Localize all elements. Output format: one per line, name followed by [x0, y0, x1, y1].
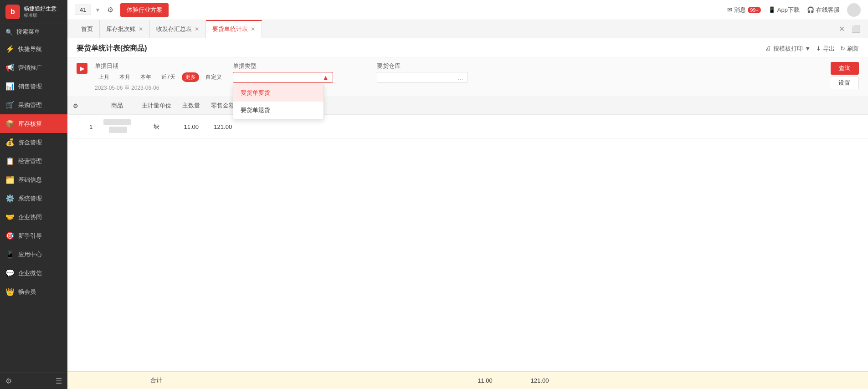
quick-nav-icon: ⚡	[5, 45, 15, 53]
tab-order-summary[interactable]: 要货单统计表 ✕	[206, 20, 262, 38]
tab-close-all[interactable]: ✕	[835, 23, 848, 36]
export-icon: ⬇	[816, 45, 821, 52]
table-wrapper: ⚙ 商品 主计量单位 主数量 零售金额 1	[67, 97, 868, 371]
sidebar-item-label: 畅会员	[18, 288, 36, 296]
tab-batch-account-close[interactable]: ✕	[139, 26, 143, 32]
sidebar-item-guide[interactable]: 🎯 新手引导	[0, 226, 67, 245]
online-service-item[interactable]: 🎧 在线客服	[807, 6, 840, 14]
dropdown-item-order-return[interactable]: 要货单退货	[233, 102, 324, 119]
refresh-button[interactable]: ↻ 刷新	[840, 45, 859, 53]
sidebar-item-wechat[interactable]: 💬 企业微信	[0, 264, 67, 282]
sidebar-item-label: 基础信息	[18, 176, 42, 184]
sidebar-item-operations[interactable]: 📋 经营管理	[0, 152, 67, 170]
tab-bar: 首页 库存批次账 ✕ 收发存汇总表 ✕ 要货单统计表 ✕ ✕ ⬜	[67, 20, 868, 38]
col-settings[interactable]: ⚙	[67, 97, 84, 115]
query-button[interactable]: 查询	[831, 62, 859, 75]
sidebar-settings-icon[interactable]: ⚙	[5, 377, 12, 385]
tab-receipt-summary[interactable]: 收发存汇总表 ✕	[150, 20, 206, 38]
sidebar-item-member[interactable]: 👑 畅会员	[0, 282, 67, 301]
footer-quantity: 11.00	[458, 377, 513, 384]
sidebar-item-label: 资金管理	[18, 138, 42, 147]
sidebar-item-finance[interactable]: 💰 资金管理	[0, 133, 67, 152]
tab-order-summary-close[interactable]: ✕	[251, 26, 255, 32]
col-num	[84, 97, 98, 115]
app-download-item[interactable]: 📱 App下载	[768, 6, 800, 14]
warehouse-input[interactable]	[381, 74, 457, 81]
sidebar-bottom: ⚙ ☰	[0, 373, 67, 389]
sidebar-item-label: 采购管理	[18, 101, 42, 109]
messages-item[interactable]: ✉ 消息 99+	[727, 6, 761, 14]
sidebar-item-label: 新手引导	[18, 232, 42, 240]
dropdown-item-order-goods[interactable]: 要货单要货	[233, 84, 324, 102]
sidebar-item-basic-info[interactable]: 🗂️ 基础信息	[0, 170, 67, 189]
sidebar: b 畅捷通好生意 标准版 🔍 搜索菜单 ⚡ 快捷导航 📢 营销推广 📊 销售管理…	[0, 0, 67, 389]
row-goods-cell	[98, 115, 136, 139]
type-filter-input-wrapper[interactable]: ▲	[233, 72, 333, 83]
refresh-label: 刷新	[847, 45, 859, 53]
page-header-actions: 🖨 按模板打印 ▼ ⬇ 导出 ↻ 刷新	[765, 45, 859, 53]
tab-expand[interactable]: ⬜	[850, 23, 863, 36]
footer-label: 合计	[150, 376, 162, 384]
sidebar-item-purchase[interactable]: 🛒 采购管理	[0, 96, 67, 114]
sidebar-item-marketing[interactable]: 📢 营销推广	[0, 58, 67, 77]
type-dropdown: 要货单要货 要货单退货	[233, 84, 324, 119]
tab-receipt-summary-close[interactable]: ✕	[195, 26, 199, 32]
user-avatar[interactable]	[847, 3, 861, 17]
message-label: 消息	[734, 6, 746, 14]
app-logo: b 畅捷通好生意 标准版	[0, 0, 67, 24]
tab-counter-arrow[interactable]: ▼	[95, 7, 100, 13]
date-btn-this-month[interactable]: 本月	[116, 72, 134, 82]
sidebar-item-system[interactable]: ⚙️ 系统管理	[0, 189, 67, 208]
warehouse-filter-group: 要货仓库 …	[377, 62, 468, 83]
type-filter-input[interactable]	[237, 74, 323, 81]
sidebar-item-quick-nav[interactable]: ⚡ 快捷导航	[0, 40, 67, 58]
print-arrow-icon: ▼	[805, 45, 811, 52]
date-btn-this-year[interactable]: 本年	[137, 72, 155, 82]
col-goods: 商品	[98, 97, 136, 115]
tab-batch-account[interactable]: 库存批次账 ✕	[100, 20, 150, 38]
app-center-icon: 📱	[5, 250, 15, 259]
date-btn-more[interactable]: 更多	[182, 72, 199, 82]
tab-counter: 41	[75, 5, 91, 15]
type-filter-toggle-icon[interactable]: ▲	[323, 74, 329, 81]
print-button[interactable]: 🖨 按模板打印 ▼	[765, 45, 811, 53]
app-download-label: App下载	[777, 6, 800, 14]
filter-settings-button[interactable]: 设置	[830, 77, 859, 89]
basic-info-icon: 🗂️	[5, 175, 15, 184]
sidebar-collapse-icon[interactable]: ☰	[56, 377, 62, 385]
row-extra-cell	[240, 115, 868, 139]
row-settings-cell	[67, 115, 84, 139]
operations-icon: 📋	[5, 157, 15, 165]
row-unit-cell: 块	[136, 115, 177, 139]
table-header-row: ⚙ 商品 主计量单位 主数量 零售金额	[67, 97, 868, 115]
export-label: 导出	[823, 45, 835, 53]
print-icon: 🖨	[765, 45, 771, 52]
type-filter-group: 单据类型 ▲ 要货单要货 要货单退货	[233, 62, 333, 83]
warehouse-input-wrapper[interactable]: …	[377, 72, 468, 83]
sidebar-search[interactable]: 🔍 搜索菜单	[0, 24, 67, 40]
page-content: 要货单统计表(按商品) 🖨 按模板打印 ▼ ⬇ 导出 ↻ 刷新 ▶	[67, 38, 868, 389]
tab-batch-account-label: 库存批次账	[106, 25, 136, 33]
tab-home[interactable]: 首页	[75, 20, 100, 38]
print-label: 按模板打印	[773, 45, 803, 53]
sidebar-item-enterprise[interactable]: 🤝 企业协同	[0, 208, 67, 226]
warehouse-more-icon[interactable]: …	[457, 74, 464, 81]
marketing-icon: 📢	[5, 63, 15, 72]
date-btn-7days[interactable]: 近7天	[158, 72, 179, 82]
sidebar-item-inventory[interactable]: 📦 库存核算	[0, 114, 67, 133]
sales-icon: 📊	[5, 82, 15, 91]
tab-extra: ✕ ⬜	[835, 23, 868, 36]
filter-expand-button[interactable]: ▶	[77, 63, 87, 74]
date-btn-last-month[interactable]: 上月	[95, 72, 113, 82]
date-filter-group: 单据日期 上月 本月 本年 近7天 更多 自定义 2023-05-06 至 20…	[95, 62, 226, 92]
sidebar-nav: ⚡ 快捷导航 📢 营销推广 📊 销售管理 🛒 采购管理 📦 库存核算 💰 资金管…	[0, 40, 67, 373]
trial-button[interactable]: 体验行业方案	[120, 3, 169, 17]
sidebar-item-app-center[interactable]: 📱 应用中心	[0, 245, 67, 264]
export-button[interactable]: ⬇ 导出	[816, 45, 835, 53]
filter-bar: ▶ 单据日期 上月 本月 本年 近7天 更多 自定义 2023-05-06 至 …	[67, 57, 868, 97]
sidebar-item-sales[interactable]: 📊 销售管理	[0, 77, 67, 96]
topbar-settings-icon[interactable]: ⚙	[104, 4, 117, 16]
date-btn-custom[interactable]: 自定义	[202, 72, 226, 82]
row-num-cell: 1	[84, 115, 98, 139]
headset-icon: 🎧	[807, 6, 814, 13]
